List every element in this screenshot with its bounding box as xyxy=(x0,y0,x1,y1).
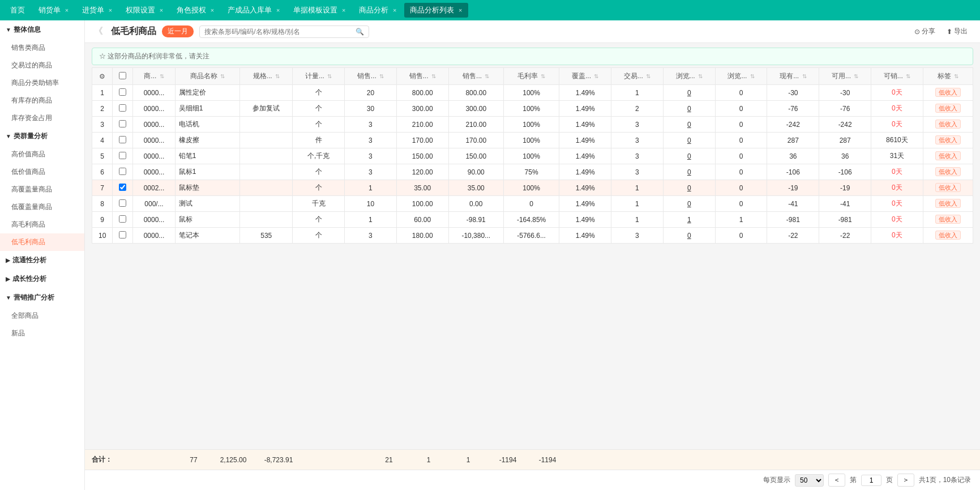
close-icon[interactable]: × xyxy=(342,7,345,14)
close-icon[interactable]: × xyxy=(65,7,69,14)
views1-link[interactable]: 0 xyxy=(687,232,691,240)
close-icon[interactable]: × xyxy=(459,7,462,14)
sidebar-group-cluster[interactable]: ▼ 类群量分析 xyxy=(0,127,84,146)
row-checkbox-cell[interactable] xyxy=(113,164,133,180)
sidebar-collapse-btn[interactable]: 《 xyxy=(94,25,103,37)
col-available[interactable]: 可用... ⇅ xyxy=(819,68,871,85)
col-unit[interactable]: 计量... ⇅ xyxy=(293,68,345,85)
sidebar-item-low-coverage[interactable]: 低覆盖量商品 xyxy=(0,198,84,216)
nav-product-analysis[interactable]: 商品分析 × xyxy=(353,3,402,18)
row-checkbox-cell[interactable] xyxy=(113,212,133,228)
nav-sales-order[interactable]: 销货单 × xyxy=(33,3,74,18)
close-icon[interactable]: × xyxy=(211,7,214,14)
row-checkbox[interactable] xyxy=(119,168,126,175)
sidebar-item-high-value[interactable]: 高价值商品 xyxy=(0,146,84,163)
col-sale-price[interactable]: 销售... ⇅ xyxy=(396,68,448,85)
row-views1[interactable]: 1 xyxy=(663,212,715,228)
row-checkbox[interactable] xyxy=(119,120,126,127)
sidebar-item-high-coverage[interactable]: 高覆盖量商品 xyxy=(0,181,84,198)
col-tag[interactable]: 标签 ⇅ xyxy=(923,68,973,85)
row-views1[interactable]: 0 xyxy=(663,101,715,117)
row-views1[interactable]: 0 xyxy=(663,117,715,133)
sidebar-item-category-rate[interactable]: 商品分类助销率 xyxy=(0,74,84,92)
table-container[interactable]: ⚙ 商... ⇅ 商品名称 ⇅ 规格... ⇅ 计量... ⇅ 销售... ⇅ … xyxy=(92,67,973,449)
sidebar-group-overall[interactable]: ▼ 整体信息 xyxy=(0,20,84,39)
close-icon[interactable]: × xyxy=(276,7,280,14)
row-checkbox[interactable] xyxy=(119,184,126,191)
close-icon[interactable]: × xyxy=(393,7,396,14)
col-coverage[interactable]: 覆盖... ⇅ xyxy=(559,68,611,85)
row-checkbox-cell[interactable] xyxy=(113,196,133,212)
views1-link[interactable]: 0 xyxy=(687,89,691,97)
col-spec[interactable]: 规格... ⇅ xyxy=(240,68,293,85)
nav-permission-settings[interactable]: 权限设置 × xyxy=(120,3,169,18)
views1-link[interactable]: 0 xyxy=(687,168,691,176)
views1-link[interactable]: 0 xyxy=(687,200,691,208)
row-checkbox[interactable] xyxy=(119,231,126,238)
nav-purchase-order[interactable]: 进货单 × xyxy=(76,3,118,18)
nav-home[interactable]: 首页 xyxy=(5,3,31,18)
row-checkbox-cell[interactable] xyxy=(113,228,133,244)
row-views1[interactable]: 0 xyxy=(663,164,715,180)
row-checkbox[interactable] xyxy=(119,88,126,96)
sidebar-item-inventory-capital[interactable]: 库存资金占用 xyxy=(0,109,84,127)
col-sale-qty[interactable]: 销售... ⇅ xyxy=(345,68,397,85)
views1-link[interactable]: 0 xyxy=(687,184,691,192)
share-btn[interactable]: ⊙ 分享 xyxy=(911,25,939,38)
nav-product-analysis-list[interactable]: 商品分析列表 × xyxy=(404,3,468,18)
close-icon[interactable]: × xyxy=(109,7,112,14)
row-views1[interactable]: 0 xyxy=(663,196,715,212)
row-views1[interactable]: 0 xyxy=(663,180,715,196)
views1-link[interactable]: 0 xyxy=(687,121,691,129)
nav-product-entry[interactable]: 产成品入库单 × xyxy=(222,3,285,18)
col-checkbox[interactable] xyxy=(113,68,133,85)
page-input[interactable] xyxy=(861,475,881,486)
sidebar-item-in-stock[interactable]: 有库存的商品 xyxy=(0,92,84,109)
col-settings[interactable]: ⚙ xyxy=(92,68,113,85)
close-icon[interactable]: × xyxy=(160,7,163,14)
row-checkbox[interactable] xyxy=(119,152,126,159)
sidebar-item-sales-products[interactable]: 销售类商品 xyxy=(0,39,84,57)
sidebar-group-marketing[interactable]: ▼ 营销推广分析 xyxy=(0,288,84,307)
row-checkbox-cell[interactable] xyxy=(113,85,133,101)
row-checkbox-cell[interactable] xyxy=(113,180,133,196)
col-sale-amount[interactable]: 销售... ⇅ xyxy=(448,68,503,85)
export-btn[interactable]: ⬆ 导出 xyxy=(943,25,971,38)
row-checkbox-cell[interactable] xyxy=(113,117,133,133)
row-views1[interactable]: 0 xyxy=(663,148,715,164)
col-name[interactable]: 商品名称 ⇅ xyxy=(175,68,240,85)
sidebar-item-high-margin[interactable]: 高毛利商品 xyxy=(0,216,84,233)
row-checkbox[interactable] xyxy=(119,199,126,207)
sidebar-item-low-value[interactable]: 低价值商品 xyxy=(0,163,84,181)
search-icon[interactable]: 🔍 xyxy=(356,28,364,36)
sidebar-group-growth[interactable]: ▶ 成长性分析 xyxy=(0,270,84,288)
col-views2[interactable]: 浏览... ⇅ xyxy=(715,68,767,85)
sidebar-item-low-margin[interactable]: 低毛利商品 xyxy=(0,233,84,251)
col-views1[interactable]: 浏览... ⇅ xyxy=(663,68,715,85)
search-input[interactable] xyxy=(204,28,356,36)
row-views1[interactable]: 0 xyxy=(663,228,715,244)
col-saleable[interactable]: 可销... ⇅ xyxy=(871,68,923,85)
views1-link[interactable]: 0 xyxy=(687,137,691,144)
row-views1[interactable]: 0 xyxy=(663,85,715,101)
row-checkbox[interactable] xyxy=(119,215,126,223)
per-page-select[interactable]: 50 100 200 xyxy=(795,474,824,487)
row-checkbox-cell[interactable] xyxy=(113,133,133,148)
row-checkbox[interactable] xyxy=(119,136,126,143)
sidebar-item-traded-products[interactable]: 交易过的商品 xyxy=(0,57,84,74)
col-current[interactable]: 现有... ⇅ xyxy=(767,68,819,85)
views1-link[interactable]: 0 xyxy=(687,152,691,160)
row-checkbox[interactable] xyxy=(119,104,126,112)
row-checkbox-cell[interactable] xyxy=(113,101,133,117)
next-page-btn[interactable]: ＞ xyxy=(897,474,914,487)
nav-template-settings[interactable]: 单据模板设置 × xyxy=(288,3,351,18)
filter-tag-btn[interactable]: 近一月 xyxy=(162,25,194,37)
views1-link[interactable]: 0 xyxy=(687,105,691,113)
row-views1[interactable]: 0 xyxy=(663,133,715,148)
sidebar-item-new-products[interactable]: 新品 xyxy=(0,325,84,342)
sidebar-group-circulation[interactable]: ▶ 流通性分析 xyxy=(0,251,84,270)
col-gross-margin[interactable]: 毛利率 ⇅ xyxy=(503,68,559,85)
col-transaction[interactable]: 交易... ⇅ xyxy=(611,68,664,85)
prev-page-btn[interactable]: ＜ xyxy=(828,474,845,487)
views1-link[interactable]: 1 xyxy=(687,216,691,224)
